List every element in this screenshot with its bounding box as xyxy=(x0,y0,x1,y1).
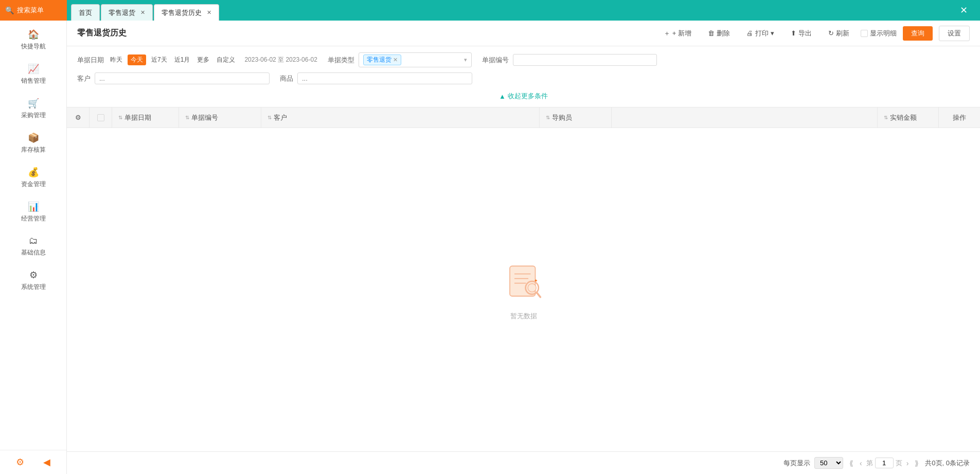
tab-list: 首页 零售退货 ✕ 零售退货历史 ✕ xyxy=(67,0,956,21)
last-page-button[interactable]: ⟫ xyxy=(913,458,921,468)
goods-input[interactable] xyxy=(297,72,472,84)
next-page-button[interactable]: › xyxy=(904,458,911,468)
date-option-more[interactable]: 更多 xyxy=(195,54,211,65)
show-detail-checkbox[interactable] xyxy=(861,30,868,37)
th-date-label: 单据日期 xyxy=(124,113,151,122)
doc-type-filter: 单据类型 零售退货 ✕ ▾ xyxy=(328,52,472,67)
settings-icon: ⚙ xyxy=(75,114,81,121)
sidebar-item-sales-label: 销售管理 xyxy=(21,77,46,85)
search-bar[interactable]: 🔍 搜索菜单 xyxy=(0,0,67,21)
date-option-yesterday[interactable]: 昨天 xyxy=(108,54,124,65)
print-label: 打印 xyxy=(755,29,769,38)
empty-image: ✦ xyxy=(501,259,547,305)
th-date[interactable]: ⇅ 单据日期 xyxy=(112,107,179,127)
basic-info-icon: 🗂 xyxy=(29,235,38,246)
date-range-display: 2023-06-02 至 2023-06-02 xyxy=(244,56,317,64)
sidebar-item-quick-nav[interactable]: 🏠 快捷导航 xyxy=(0,23,66,57)
sidebar-collapse-icon[interactable]: ◀ xyxy=(43,457,50,468)
sidebar-item-purchase[interactable]: 🛒 采购管理 xyxy=(0,92,66,126)
sidebar-item-finance-label: 资金管理 xyxy=(21,180,46,189)
page-nav: ⟪ ‹ 第 页 › ⟫ xyxy=(847,458,921,468)
show-detail-toggle[interactable]: 显示明细 xyxy=(861,29,897,38)
date-options: 昨天 今天 近7天 近1月 更多 自定义 xyxy=(108,54,237,65)
svg-text:✦: ✦ xyxy=(533,278,538,283)
quick-nav-icon: 🏠 xyxy=(28,29,39,40)
doc-type-tag: 零售退货 ✕ xyxy=(363,54,401,65)
show-detail-label: 显示明细 xyxy=(870,29,897,38)
window-close-button[interactable]: ✕ xyxy=(956,5,972,15)
th-customer-label: 客户 xyxy=(274,113,287,122)
tab-retail-return-history-close[interactable]: ✕ xyxy=(207,9,211,16)
date-option-today[interactable]: 今天 xyxy=(128,54,146,65)
export-button[interactable]: ⬆ 导出 xyxy=(786,27,817,40)
sidebar-item-sales[interactable]: 📈 销售管理 xyxy=(0,57,66,92)
goods-filter: 商品 xyxy=(280,72,472,84)
prev-page-button[interactable]: ‹ xyxy=(858,458,864,468)
sidebar-item-inventory[interactable]: 📦 库存核算 xyxy=(0,126,66,160)
tab-retail-return-label: 零售退货 xyxy=(109,8,135,17)
customer-input[interactable] xyxy=(95,72,270,84)
sidebar-item-basic-info-label: 基础信息 xyxy=(21,248,46,257)
th-settings[interactable]: ⚙ xyxy=(67,107,90,127)
svg-point-5 xyxy=(528,283,536,291)
doc-no-filter: 单据编号 xyxy=(482,54,657,66)
th-date-sort-icon: ⇅ xyxy=(118,115,122,120)
th-amount-label: 实销金额 xyxy=(890,113,917,122)
tab-home-label: 首页 xyxy=(79,8,92,17)
tab-home[interactable]: 首页 xyxy=(71,4,100,21)
total-info: 共0页, 0条记录 xyxy=(925,459,970,468)
sidebar-item-system[interactable]: ⚙ 系统管理 xyxy=(0,263,66,298)
date-option-custom[interactable]: 自定义 xyxy=(215,54,237,65)
tab-retail-return-history[interactable]: 零售退货历史 ✕ xyxy=(154,4,219,21)
doc-type-select[interactable]: 零售退货 ✕ ▾ xyxy=(359,52,472,67)
th-action: 操作 xyxy=(939,107,980,127)
th-doc-no[interactable]: ⇅ 单据编号 xyxy=(179,107,261,127)
sales-icon: 📈 xyxy=(28,63,39,75)
tab-retail-return[interactable]: 零售退货 ✕ xyxy=(101,4,153,21)
filter-row-1: 单据日期 昨天 今天 近7天 近1月 更多 自定义 2023-06-02 至 2… xyxy=(77,52,970,67)
customer-label: 客户 xyxy=(77,74,91,83)
doc-type-tag-close[interactable]: ✕ xyxy=(393,57,398,63)
sidebar-settings-icon[interactable]: ⚙ xyxy=(16,457,24,468)
top-bar-right: ✕ xyxy=(956,5,980,16)
sidebar-item-finance[interactable]: 💰 资金管理 xyxy=(0,160,66,195)
tab-retail-return-history-label: 零售退货历史 xyxy=(162,8,202,17)
settings-button[interactable]: 设置 xyxy=(939,26,970,41)
content-area: 零售退货历史 ＋ + 新增 🗑 删除 🖨 打印 ▾ ⬆ 导出 xyxy=(67,21,980,474)
print-icon: 🖨 xyxy=(746,29,753,37)
page-size-select[interactable]: 20 50 100 xyxy=(814,457,843,469)
new-label: + 新增 xyxy=(672,29,691,38)
print-dropdown-icon: ▾ xyxy=(771,29,774,37)
th-amount-sort-icon: ⇅ xyxy=(884,115,888,120)
delete-icon: 🗑 xyxy=(708,29,715,37)
refresh-button[interactable]: ↻ 刷新 xyxy=(823,27,854,40)
doc-type-tag-value: 零售退货 xyxy=(367,56,391,64)
pagination: 每页显示 20 50 100 ⟪ ‹ 第 页 › ⟫ 共0页, 0条记录 xyxy=(67,451,980,474)
empty-state: ✦ 暂无数据 xyxy=(67,128,980,451)
date-option-1month[interactable]: 近1月 xyxy=(172,54,192,65)
th-guide[interactable]: ⇅ 导购员 xyxy=(540,107,612,127)
query-button[interactable]: 查询 xyxy=(903,26,933,41)
th-amount[interactable]: ⇅ 实销金额 xyxy=(877,107,939,127)
print-button[interactable]: 🖨 打印 ▾ xyxy=(741,27,779,40)
th-action-label: 操作 xyxy=(953,113,966,122)
th-checkbox[interactable] xyxy=(90,107,112,127)
delete-button[interactable]: 🗑 删除 xyxy=(703,27,735,40)
sidebar-item-operations[interactable]: 📊 经营管理 xyxy=(0,195,66,229)
collapse-button[interactable]: ▲ 收起更多条件 xyxy=(499,92,548,101)
first-page-button[interactable]: ⟪ xyxy=(847,458,856,468)
th-customer[interactable]: ⇅ 客户 xyxy=(261,107,540,127)
sidebar-item-basic-info[interactable]: 🗂 基础信息 xyxy=(0,229,66,263)
header-checkbox[interactable] xyxy=(97,114,104,121)
export-icon: ⬆ xyxy=(791,29,796,37)
system-icon: ⚙ xyxy=(29,269,38,281)
doc-no-input[interactable] xyxy=(513,54,657,66)
sidebar-item-quick-nav-label: 快捷导航 xyxy=(21,42,46,51)
current-page-input[interactable] xyxy=(875,458,894,468)
tab-retail-return-close[interactable]: ✕ xyxy=(140,9,145,16)
new-button[interactable]: ＋ + 新增 xyxy=(658,27,697,40)
page-unit-label: 页 xyxy=(896,459,902,468)
export-label: 导出 xyxy=(798,29,812,38)
th-guide-label: 导购员 xyxy=(552,113,572,122)
date-option-7days[interactable]: 近7天 xyxy=(149,54,169,65)
